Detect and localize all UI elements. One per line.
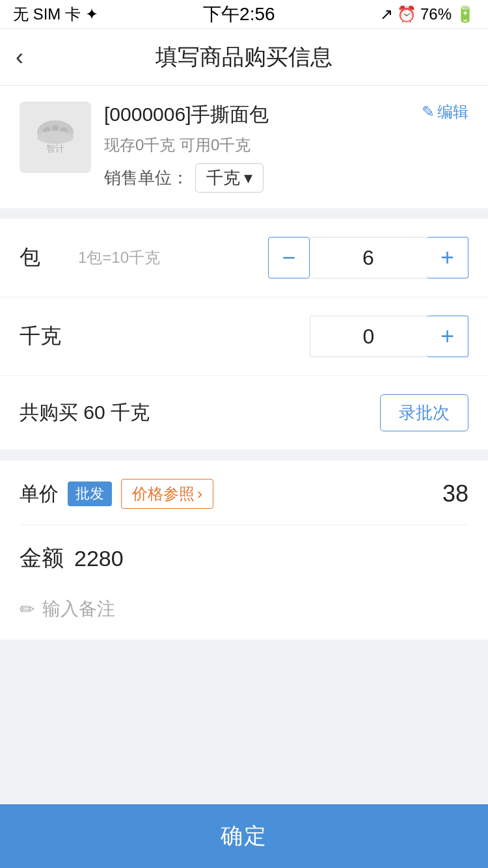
qty-input-kg[interactable] [310,316,427,357]
confirm-button[interactable]: 确定 [0,804,488,868]
edit-label: 编辑 [437,102,468,122]
price-ref-label: 价格参照 [132,483,195,504]
svg-point-2 [52,125,59,131]
chevron-down-icon: ▾ [244,168,252,188]
amount-value: 2280 [74,546,124,571]
chevron-right-icon: › [197,485,202,503]
product-image: 智计 [20,102,91,173]
quantity-section: 包 1包=10千克 − + 千克 + [0,219,488,376]
unit-label: 销售单位： [104,167,189,189]
back-button[interactable]: ‹ [16,44,23,71]
price-row: 单价 批发 价格参照 › 38 [20,479,468,525]
nav-bar: ‹ 填写商品购买信息 [0,29,488,86]
price-section: 单价 批发 价格参照 › 38 [0,461,488,525]
edit-icon: ✎ [422,103,435,121]
qty-input-bao[interactable] [310,237,427,278]
remark-row[interactable]: ✏ 输入备注 [20,586,468,640]
svg-point-4 [37,131,74,144]
qty-control-bao: − + [268,237,468,278]
page-title: 填写商品购买信息 [156,42,332,72]
qty-label-kg: 千克 [20,322,72,351]
unit-value: 千克 [206,167,240,189]
price-ref-button[interactable]: 价格参照 › [121,479,213,509]
product-stock: 现存0千克 可用0千克 [104,135,468,156]
edit-button[interactable]: ✎ 编辑 [422,102,468,122]
alarm-icon: ⏰ [397,5,416,23]
product-card: 智计 [0000006]手撕面包 ✎ 编辑 现存0千克 可用0千克 销售单位： … [0,86,488,208]
price-label: 单价 [20,481,59,508]
qty-plus-bao[interactable]: + [427,237,468,278]
quantity-row-bao: 包 1包=10千克 − + [0,219,488,297]
product-unit-row: 销售单位： 千克 ▾ [104,163,468,193]
qty-label-bao: 包 [20,243,72,272]
amount-section: 金额 2280 ✏ 输入备注 [0,525,488,640]
no-sim-label: 无 SIM 卡 ✦ [13,4,98,25]
price-value: 38 [442,480,468,508]
status-time: 下午2:56 [203,2,275,27]
price-tag-wholesale: 批发 [68,481,112,506]
status-left: 无 SIM 卡 ✦ [13,4,98,25]
qty-hint-bao: 1包=10千克 [78,247,268,268]
qty-control-kg: + [310,316,468,357]
product-info: [0000006]手撕面包 ✎ 编辑 现存0千克 可用0千克 销售单位： 千克 … [104,102,468,193]
total-row: 共购买 60 千克 录批次 [0,376,488,450]
pencil-icon: ✏ [20,599,34,620]
product-thumbnail-icon: 智计 [33,118,78,157]
unit-select[interactable]: 千克 ▾ [195,163,264,193]
amount-label: 金额 [20,543,64,573]
battery-icon: 🔋 [455,5,475,23]
qty-minus-bao[interactable]: − [268,237,310,278]
product-header: [0000006]手撕面包 ✎ 编辑 [104,102,468,128]
amount-row: 金额 2280 [20,543,468,586]
qty-plus-kg[interactable]: + [427,316,468,357]
status-right: ↗ ⏰ 76% 🔋 [380,5,475,23]
battery-label: 76% [420,5,452,23]
quantity-row-kg: 千克 + [0,297,488,376]
status-bar: 无 SIM 卡 ✦ 下午2:56 ↗ ⏰ 76% 🔋 [0,0,488,29]
product-name: [0000006]手撕面包 [104,102,422,128]
remark-placeholder: 输入备注 [42,597,115,621]
batch-button[interactable]: 录批次 [380,394,468,431]
svg-text:智计: 智计 [46,143,64,154]
total-text: 共购买 60 千克 [20,400,150,426]
location-icon: ↗ [380,5,393,23]
